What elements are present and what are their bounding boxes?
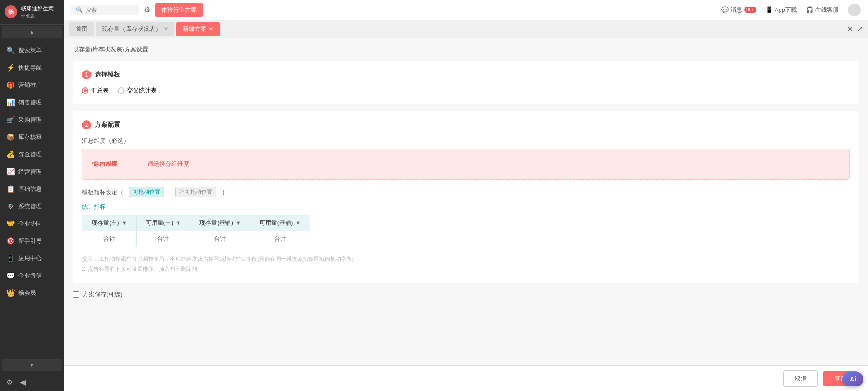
step2-label: 2 方案配置 [82,120,120,129]
avatar[interactable] [848,4,861,16]
sidebar-label-inventory-mgr: 库存核算 [18,133,42,141]
sidebar-item-system[interactable]: ⚙ 系统管理 [0,198,64,215]
message-item[interactable]: 💬 消息 99+ [721,6,756,14]
sidebar: 畅 畅康通好生意 标准版 ▲ 🔍 搜索菜单 ⚡ 快捷导航 🎁 营销推广 📊 销售… [0,0,64,391]
logo-text: 畅康通好生意 标准版 [21,5,54,19]
chevron-down-icon: ▼ [236,220,241,226]
step1-label: 1 选择模板 [82,70,120,79]
sidebar-icon-app-center: 📱 [6,254,15,262]
sidebar-label-wechat: 企业微信 [18,272,42,280]
sidebar-label-contract: 企业协同 [18,220,42,228]
indicator-setting: 模板指标设定（ 可拖动位置 不可拖动位置 ） [82,187,850,197]
stats-body-row: 合计合计合计合计 [82,231,310,247]
stats-col-cell: 合计 [82,231,137,247]
sidebar-label-search: 搜索菜单 [18,46,42,55]
sidebar-icon-inventory-mgr: 📦 [6,133,15,141]
sidebar-item-contract[interactable]: 🤝 企业协同 [0,215,64,232]
sidebar-item-quick-nav[interactable]: ⚡ 快捷导航 [0,59,64,77]
stats-title: 统计指标 [82,203,850,211]
sidebar-icon-wechat: 💬 [6,272,15,280]
scroll-down-btn[interactable]: ▼ [2,359,62,371]
trial-btn[interactable]: 体验行业方案 [155,3,203,17]
sidebar-nav: 🔍 搜索菜单 ⚡ 快捷导航 🎁 营销推广 📊 销售管理 🛒 采购管理 📦 库存核… [0,40,64,357]
save-checkbox[interactable] [73,291,79,298]
radio-crosstab-circle [118,87,124,94]
chevron-down-icon: ▼ [122,220,127,226]
message-icon: 💬 [721,6,729,13]
tab-inventory-close[interactable]: ✕ [164,26,168,32]
expand-panel-btn[interactable]: ⤢ [857,25,863,33]
sidebar-label-quick-nav: 快捷导航 [18,64,42,72]
stats-col-header[interactable]: 现存量(主)▼ [82,215,137,231]
sidebar-item-inventory-mgr[interactable]: 📦 库存核算 [0,129,64,146]
tip-text: 提示： 1.拖动标题栏可以调整布局，不可跨维度或指标区域拖动栏目字段(只能在同一… [82,254,850,264]
tabbar: 首页 现存量（库存状况表） ✕ 新建方案 ✕ ✕ ⤢ [64,20,868,38]
logo-icon: 畅 [5,5,17,18]
sidebar-item-finance[interactable]: 💰 资金管理 [0,146,64,163]
close-panel-btn[interactable]: ✕ [847,25,853,33]
sidebar-item-basic-info[interactable]: 📋 基础信息 [0,180,64,198]
sidebar-label-operations: 经营管理 [18,168,42,176]
sidebar-label-app-center: 应用中心 [18,254,42,262]
sidebar-item-member[interactable]: 👑 畅会员 [0,284,64,302]
tab-new-scheme[interactable]: 新建方案 ✕ [176,22,220,36]
sidebar-item-purchase[interactable]: 🛒 采购管理 [0,111,64,129]
cancel-button[interactable]: 取消 [783,370,818,387]
stats-col-header[interactable]: 可用量(主)▼ [136,215,190,231]
radio-crosstab[interactable]: 交叉统计表 [118,87,157,95]
stats-col-cell: 合计 [136,231,190,247]
stats-col-header[interactable]: 现存量(基辅)▼ [190,215,250,231]
dim-placeholder[interactable]: 请选择分组维度 [148,160,189,168]
sidebar-item-wechat[interactable]: 💬 企业微信 [0,267,64,284]
step1-section: 1 选择模板 汇总表 交叉统计表 [73,61,859,104]
content-area: 现存量(库存状况表)方案设置 1 选择模板 汇总表 交叉统计表 2 [64,38,868,365]
radio-summary[interactable]: 汇总表 [82,87,109,95]
scroll-up-btn[interactable]: ▲ [2,26,62,38]
sidebar-label-purchase: 采购管理 [18,116,42,124]
tab-inventory[interactable]: 现存量（库存状况表） ✕ [96,22,174,36]
sidebar-icon-sales: 📊 [6,98,15,107]
sidebar-label-finance: 资金管理 [18,150,42,159]
sidebar-item-app-center[interactable]: 📱 应用中心 [0,250,64,267]
sidebar-icon-operations: 📈 [6,168,15,176]
sidebar-label-system: 系统管理 [18,202,42,211]
app-download-item[interactable]: 📱 App下载 [766,6,797,14]
ai-button[interactable]: Ai [842,372,863,386]
sidebar-icon-marketing: 🎁 [6,81,15,89]
search-input[interactable] [86,7,131,13]
template-radio-group: 汇总表 交叉统计表 [82,87,850,95]
fixed-badge: 不可拖动位置 [175,187,216,197]
tips-area: 提示： 1.拖动标题栏可以调整布局，不可跨维度或指标区域拖动栏目字段(只能在同一… [82,254,850,274]
main-area: 🔍 ⚙ 体验行业方案 💬 消息 99+ 📱 App下载 🎧 在线客服 首页 [64,0,868,391]
tab-home[interactable]: 首页 [69,22,94,36]
sidebar-icon-member: 👑 [6,289,15,297]
collapse-icon[interactable]: ◀ [20,378,26,386]
sidebar-label-newbie: 新手引导 [18,237,42,245]
sidebar-label-member: 畅会员 [18,289,36,297]
sidebar-label-sales: 销售管理 [18,98,42,107]
settings-icon[interactable]: ⚙ [6,378,13,386]
sidebar-item-search[interactable]: 🔍 搜索菜单 [0,42,64,59]
topbar-right: 💬 消息 99+ 📱 App下载 🎧 在线客服 [721,4,861,16]
sidebar-item-newbie[interactable]: 🎯 新手引导 [0,232,64,250]
action-bar: 取消 查询 [64,365,868,391]
dim-dash: —— [127,161,138,168]
app-icon: 📱 [766,6,773,13]
gear-icon[interactable]: ⚙ [144,5,150,14]
sidebar-icon-system: ⚙ [6,202,15,211]
sidebar-item-marketing[interactable]: 🎁 营销推广 [0,77,64,94]
sidebar-icon-finance: 💰 [6,150,15,159]
movable-badge: 可拖动位置 [129,187,164,197]
tab-new-scheme-close[interactable]: ✕ [209,26,213,32]
sidebar-item-operations[interactable]: 📈 经营管理 [0,163,64,180]
online-service-item[interactable]: 🎧 在线客服 [806,6,839,14]
sidebar-item-sales[interactable]: 📊 销售管理 [0,94,64,111]
stats-header-row: 现存量(主)▼可用量(主)▼现存量(基辅)▼可用量(基辅)▼ [82,215,310,231]
stats-col-header[interactable]: 可用量(基辅)▼ [250,215,310,231]
service-icon: 🎧 [806,6,813,13]
dimension-area: *纵向维度 —— 请选择分组维度 [82,149,850,180]
chevron-down-icon: ▼ [176,220,181,226]
save-option-label: 方案保存(可选) [83,290,123,298]
sidebar-icon-search: 🔍 [6,46,15,55]
stats-col-cell: 合计 [250,231,310,247]
